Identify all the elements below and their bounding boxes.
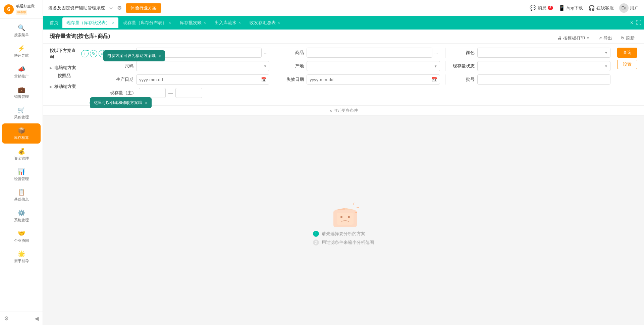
refresh-btn[interactable]: ↻ 刷新	[618, 34, 637, 43]
color-field: 颜色	[451, 48, 610, 58]
page-header: 现存量查询(按仓库+商品) 🖨 按模板打印 ▼ ↗ 导出 ↻ 刷新	[43, 30, 644, 44]
message-badge: 6	[548, 6, 553, 10]
goods-dots[interactable]: ···	[432, 50, 440, 55]
sidebar-item-search[interactable]: 🔍 搜索菜单	[2, 21, 41, 41]
sidebar-item-finance[interactable]: 💰 资金管理	[2, 144, 41, 164]
add-icon: +	[84, 51, 86, 56]
tab-receive-summary-close[interactable]: ×	[278, 21, 280, 25]
print-template-btn[interactable]: 🖨 按模板打印 ▼	[555, 34, 592, 43]
scheme-sub-item[interactable]: 按照品	[50, 72, 106, 80]
step-2-text: 用过滤条件来缩小分析范围	[322, 239, 374, 246]
nav-label-finance: 资金管理	[14, 156, 29, 161]
inventory-main-input-to[interactable]	[175, 88, 202, 98]
sidebar-item-inventory[interactable]: 📦 库存核算	[2, 123, 41, 143]
nav-label-search: 搜索菜单	[14, 33, 29, 37]
tab-close-all-icon[interactable]: ×	[630, 20, 633, 26]
scheme-mobile[interactable]: ▶ 移动端方案	[50, 83, 106, 91]
filter-section: 电脑方案可设为移动方案哦 × 这里可以创建和修改方案哦 × 按以下方案查询 +	[43, 44, 644, 106]
empty-state: 1 请先选择要分析的方案 2 用过滤条件来缩小分析范围	[43, 116, 644, 325]
goods-label: 商品	[280, 50, 304, 56]
inventory-main-field: 现存量（主） —	[110, 88, 275, 98]
filter-fields-col: 仓库 ··· 商品 ··· 颜色	[110, 48, 610, 101]
nav-label-sales: 销售管理	[14, 94, 29, 99]
online-service-action[interactable]: 🎧 在线客服	[588, 5, 614, 11]
content-area: 现存量查询(按仓库+商品) 🖨 按模板打印 ▼ ↗ 导出 ↻ 刷新	[43, 30, 644, 325]
settings-icon[interactable]: ⚙	[117, 5, 122, 11]
batch-no-input[interactable]	[477, 74, 610, 85]
system-title: 装备及固定资产辅助管理系统	[48, 5, 105, 11]
inventory-main-input-from[interactable]	[139, 88, 166, 98]
tab-inventory-status-close[interactable]: ×	[112, 21, 114, 25]
tab-home[interactable]: 首页	[46, 20, 62, 26]
export-btn[interactable]: ↗ 导出	[596, 34, 615, 43]
filter-row-3: 生产日期 📅 失效日期 📅	[110, 74, 610, 85]
collapse-btn[interactable]: ∧ 收起更多条件	[329, 108, 358, 113]
sidebar-item-system[interactable]: ⚙️ 系统管理	[2, 206, 41, 226]
settings-bottom-icon[interactable]: ⚙	[4, 315, 9, 322]
filter-row-2: 尺码 产地	[110, 61, 610, 71]
origin-select[interactable]	[307, 61, 440, 71]
expiry-date-label: 失效日期	[280, 76, 304, 83]
inventory-status-label: 现存量状态	[451, 63, 475, 69]
step-1-text: 请先选择要分析的方案	[322, 231, 365, 237]
edit-tooltip-close[interactable]: ×	[145, 101, 148, 105]
size-select[interactable]	[136, 61, 269, 71]
tab-inventory-status-label: 现存量（库存状况表）	[66, 20, 110, 26]
search-btn[interactable]: 查询	[617, 48, 637, 58]
expiry-date-icon[interactable]: 📅	[432, 77, 437, 82]
scheme-desktop-arrow: ▶	[50, 66, 52, 70]
collapse-sidebar-icon[interactable]: ◀	[35, 315, 39, 322]
tab-batch-account-close[interactable]: ×	[204, 21, 206, 25]
color-select[interactable]	[477, 48, 610, 58]
origin-field: 产地	[280, 61, 440, 71]
user-action[interactable]: Ea 用户	[619, 3, 639, 13]
inventory-status-select[interactable]	[477, 61, 610, 71]
tab-inventory-status[interactable]: 现存量（库存状况表） ×	[62, 17, 118, 28]
tab-inventory-dist[interactable]: 现存量（库存分布表） ×	[119, 17, 175, 28]
sidebar-item-basic[interactable]: 📋 基础信息	[2, 185, 41, 205]
sidebar-item-quick-nav[interactable]: ⚡ 快速导航	[2, 41, 41, 61]
sidebar-item-guide[interactable]: 🌟 新手引导	[2, 247, 41, 267]
empty-illustration	[327, 195, 360, 225]
size-label: 尺码	[110, 63, 133, 69]
tab-bar: 首页 现存量（库存状况表） × 现存量（库存分布表） × 库存批次账 × 出入库…	[43, 16, 644, 30]
logo-title: 畅通好生意	[16, 4, 35, 9]
reset-btn[interactable]: 设置	[617, 60, 637, 69]
svg-text:6: 6	[7, 6, 10, 12]
tab-inout-flow[interactable]: 出入库流水 ×	[211, 17, 245, 28]
warehouse-dots[interactable]: ···	[262, 50, 269, 55]
goods-input[interactable]	[307, 48, 432, 58]
scheme-tooltip-close[interactable]: ×	[158, 54, 161, 58]
sidebar-item-operations[interactable]: 📊 经营管理	[2, 165, 41, 184]
sidebar-item-sales[interactable]: 💼 销售管理	[2, 83, 41, 102]
tab-inout-flow-close[interactable]: ×	[238, 21, 241, 25]
expiry-date-input[interactable]	[307, 74, 440, 85]
tab-receive-summary[interactable]: 收发存汇总表 ×	[246, 17, 284, 28]
sidebar: 6 畅通好生意 标准版 🔍 搜索菜单 ⚡ 快速导航 📣 营销推广 💼 销售管理 …	[0, 0, 43, 325]
sidebar-item-enterprise[interactable]: 🤝 企业协同	[2, 226, 41, 246]
header-right: 💬 消息 6 📱 App下载 🎧 在线客服 Ea 用户	[530, 3, 639, 13]
scheme-desktop[interactable]: ▶ 电脑端方案	[50, 64, 106, 72]
app-download-action[interactable]: 📱 App下载	[558, 5, 583, 11]
add-scheme-btn[interactable]: +	[81, 50, 89, 57]
production-date-icon[interactable]: 📅	[261, 77, 267, 82]
tab-expand-icon[interactable]: ⛶	[636, 20, 641, 26]
system-dropdown[interactable]	[109, 6, 113, 10]
message-action[interactable]: 💬 消息 6	[530, 5, 553, 11]
trial-btn[interactable]: 体验行业方案	[126, 3, 161, 13]
sidebar-item-marketing[interactable]: 📣 营销推广	[2, 62, 41, 82]
edit-scheme-btn[interactable]: ✎	[90, 50, 97, 57]
nav-label-system: 系统管理	[14, 218, 29, 222]
sidebar-item-purchase[interactable]: 🛒 采购管理	[2, 103, 41, 123]
nav-label-operations: 经营管理	[14, 176, 29, 181]
tab-batch-account[interactable]: 库存批次账 ×	[176, 17, 210, 28]
header-left: 装备及固定资产辅助管理系统 ⚙ 体验行业方案	[48, 3, 161, 13]
logo-text-area: 畅通好生意 标准版	[16, 4, 35, 14]
logo-badge: 标准版	[16, 10, 27, 15]
tab-inventory-dist-close[interactable]: ×	[169, 21, 171, 25]
production-date-input[interactable]	[136, 74, 269, 85]
active-dot	[87, 49, 89, 52]
filter-header: 按以下方案查询 + ✎ «	[50, 48, 106, 60]
refresh-label: 刷新	[626, 35, 635, 41]
step-num-1: 1	[313, 231, 319, 237]
